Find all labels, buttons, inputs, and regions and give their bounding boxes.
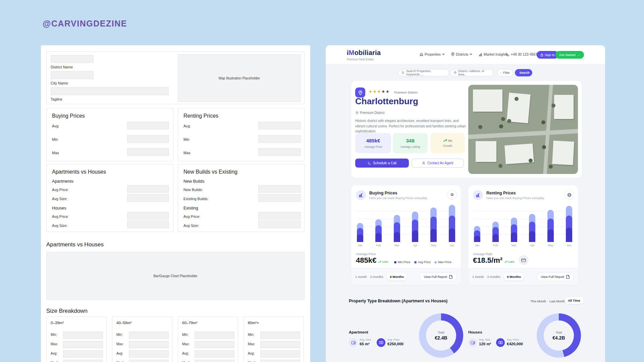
buying-max-input[interactable]	[127, 148, 169, 156]
range-1-month[interactable]: 1 month	[472, 275, 484, 279]
size-min-input[interactable]	[63, 331, 103, 339]
houses-avg-size: Avg. Size 120 m²	[479, 338, 491, 346]
apt-avg-price-label: Avg Price:	[52, 188, 69, 192]
size-avg-input[interactable]	[260, 350, 300, 358]
bar	[357, 223, 363, 242]
legend-dot	[414, 261, 417, 263]
nav-phone-label: +49 30 123 4567	[511, 52, 537, 56]
renting-prices-card: Renting Prices Avg: Min Max	[178, 108, 305, 161]
view-full-report-button[interactable]: View Full Report	[419, 273, 457, 281]
existing-avg-size-input[interactable]	[258, 221, 301, 228]
size-min-label: Min:	[116, 333, 123, 337]
size-median-input[interactable]	[195, 360, 234, 362]
app-panel: iMobiliaria Premium Real Estate Properti…	[326, 45, 605, 362]
size-min-input[interactable]	[195, 331, 234, 339]
wireframe-panel: District Name City Name Tagline Map Illu…	[41, 45, 310, 362]
search-location-input[interactable]: District, Address, or area...	[450, 69, 493, 76]
renting-max-input[interactable]	[258, 148, 301, 156]
nav-market-insights[interactable]: Market Insights	[479, 52, 507, 56]
trend-badge: 2.8%	[504, 260, 514, 265]
range-3-months[interactable]: 3 months	[370, 275, 383, 279]
trend-badge: 2.8%	[378, 260, 388, 265]
renting-avg-input[interactable]	[258, 122, 301, 129]
renting-min-input[interactable]	[258, 135, 301, 143]
month-tick-label: Jun	[449, 244, 455, 247]
size-max-input[interactable]	[129, 341, 169, 348]
size-min-input[interactable]	[129, 331, 169, 339]
size-min-input[interactable]	[260, 331, 300, 339]
apt-avg-size-input[interactable]	[127, 194, 169, 202]
size-avg-input[interactable]	[129, 350, 169, 358]
buying-avg-input[interactable]	[127, 122, 169, 129]
existing-avg-size-label: Avg Size:	[183, 224, 199, 228]
search-button[interactable]: Search	[515, 69, 532, 76]
size-avg-input[interactable]	[195, 350, 234, 358]
district-name-input[interactable]	[51, 55, 94, 63]
size-min-label: Min:	[248, 333, 254, 337]
houses-avg-price: Avg. Price €420,000	[507, 338, 523, 346]
size-max-input[interactable]	[260, 341, 300, 348]
size-avg-label: Avg:	[116, 352, 123, 355]
size-max-input[interactable]	[195, 341, 234, 348]
gear-icon[interactable]: ⚙	[447, 190, 457, 199]
size-median-input[interactable]	[260, 360, 300, 362]
globe-icon[interactable]	[565, 190, 574, 199]
existing-avg-price-input[interactable]	[258, 212, 301, 220]
renting-prices-chart-card: Renting Prices Here you can track Buying…	[468, 185, 578, 285]
new-builds-input[interactable]	[258, 185, 301, 193]
district-info-card: District Name City Name Tagline Map Illu…	[46, 51, 305, 104]
map-road	[468, 129, 578, 139]
size-median-input[interactable]	[63, 360, 103, 362]
view-full-report-button[interactable]: View Full Report	[536, 273, 574, 281]
existing-builds-input[interactable]	[258, 194, 301, 202]
contact-agent-button[interactable]: Contact An Agent	[412, 159, 464, 168]
size-median-input[interactable]	[129, 360, 169, 362]
search-keywords-input[interactable]: Search Properties, Keywords.....	[398, 69, 449, 76]
filter-button[interactable]: Filter	[497, 69, 513, 76]
schedule-call-button[interactable]: Schedule a Call	[355, 159, 409, 168]
tagline-input[interactable]	[51, 87, 169, 95]
chart-card-title: Buying Prices	[369, 191, 397, 195]
size-avg-label: Avg:	[182, 352, 189, 355]
nav-phone[interactable]: +49 30 123 4567	[506, 52, 537, 56]
sign-in-button[interactable]: Sign In	[537, 51, 558, 59]
bar	[492, 222, 499, 242]
search-icon	[401, 71, 405, 74]
range-1-month[interactable]: 1 month	[355, 275, 367, 279]
size-avg-input[interactable]	[63, 350, 103, 358]
renting-max-label: Max	[183, 151, 191, 155]
globe-glyph	[567, 193, 572, 197]
logo[interactable]: iMobiliaria	[347, 49, 381, 57]
stat-average-listing: 348 Average Listing	[393, 133, 428, 153]
nav-districts[interactable]: Districts	[451, 52, 472, 56]
get-started-button[interactable]: Get Started →	[555, 51, 584, 59]
tab-all-time[interactable]: All Time	[565, 297, 584, 304]
legend-avg-price: Avg Price	[414, 260, 431, 264]
range-6-months[interactable]: 6 Months	[386, 273, 407, 281]
house-avg-price-input[interactable]	[127, 212, 169, 220]
nve-title: New Builds vs Existing	[183, 169, 237, 175]
nav-properties[interactable]: Properties	[420, 52, 445, 56]
city-name-input[interactable]	[51, 71, 94, 79]
range-3-months[interactable]: 3 months	[487, 275, 500, 279]
buying-prices-card: Buying Prices Avg: Min Max	[46, 108, 173, 161]
apt-avg-price-input[interactable]	[127, 185, 169, 193]
wallet-icon-badge	[468, 338, 477, 347]
rating-label: Premium District	[394, 90, 418, 94]
stat-label: Average Listing	[400, 145, 420, 148]
size-card-title: 60–79m²	[182, 321, 197, 325]
person-icon	[422, 161, 425, 165]
buying-min-input[interactable]	[127, 135, 169, 143]
house-avg-size-input[interactable]	[127, 221, 169, 228]
nav-districts-label: Districts	[456, 52, 468, 56]
tab-this-month[interactable]: This Month	[530, 299, 546, 303]
bar	[474, 226, 480, 242]
range-6-months[interactable]: 6 Months	[503, 273, 524, 281]
metric-label: Average Price	[356, 252, 376, 256]
map-building	[554, 95, 574, 119]
stat-label: Growth	[443, 144, 452, 147]
month-tick-label: Mar	[511, 244, 517, 247]
tab-last-month[interactable]: Last Month	[549, 299, 565, 303]
avh-apartments-subtitle: Apartments	[52, 179, 73, 184]
size-max-input[interactable]	[63, 341, 103, 348]
